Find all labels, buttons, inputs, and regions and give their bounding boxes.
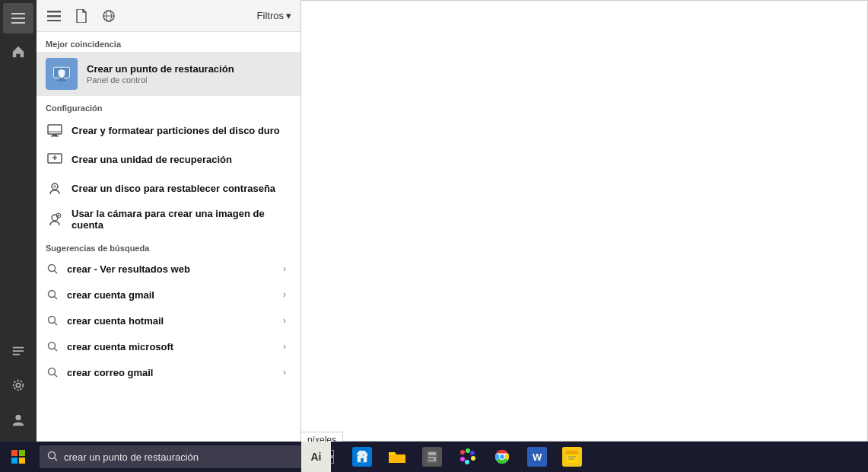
svg-rect-0	[11, 13, 25, 14]
svg-rect-10	[47, 15, 61, 18]
suggestion-search-icon-1	[46, 262, 59, 276]
config-item-4[interactable]: Usar la cámara para crear una imagen de …	[37, 203, 300, 236]
svg-rect-2	[11, 22, 25, 24]
taskbar-apps: W	[342, 442, 592, 472]
best-match-item[interactable]: Crear un punto de restauración Panel de …	[37, 52, 300, 96]
best-match-label: Mejor coincidencia	[37, 32, 300, 52]
toolbar-doc-icon[interactable]	[73, 8, 90, 24]
svg-point-7	[14, 381, 24, 391]
sidebar-icon-settings[interactable]	[3, 370, 33, 400]
taskbar-app-store[interactable]	[345, 442, 379, 472]
svg-point-65	[460, 457, 465, 461]
svg-line-40	[55, 375, 58, 378]
toolbar-list-icon[interactable]	[46, 8, 62, 24]
svg-rect-18	[48, 125, 62, 134]
svg-rect-4	[13, 350, 24, 352]
sugerencias-label: Sugerencias de búsqueda	[37, 236, 300, 256]
sidebar-icon-user[interactable]	[3, 405, 33, 435]
svg-rect-17	[57, 80, 66, 81]
svg-text:W: W	[533, 451, 542, 463]
taskbar-app-chrome[interactable]	[485, 442, 519, 472]
taskbar-app-paint[interactable]	[450, 442, 484, 472]
panel-toolbar: Filtros ▾	[37, 0, 300, 32]
suggestion-item-5[interactable]: crear correo gmail ›	[37, 359, 300, 385]
file-explorer-icon	[387, 447, 407, 467]
taskbar-search-bar[interactable]: crear un punto de restauración	[40, 445, 306, 468]
config-items: Crear y formatear particiones del disco …	[37, 116, 300, 236]
svg-rect-16	[59, 78, 65, 80]
calculator-icon	[422, 447, 442, 467]
ai-label-taskbar: Ai	[301, 442, 331, 472]
config-item-text-2: Crear una unidad de recuperación	[72, 154, 232, 165]
svg-rect-57	[434, 457, 436, 458]
svg-rect-72	[566, 451, 578, 454]
search-panel: Filtros ▾ Mejor coincidencia Crear un pu…	[37, 0, 300, 442]
svg-point-69	[500, 454, 504, 459]
svg-point-66	[465, 460, 469, 464]
sidebar-icon-search-results[interactable]	[3, 336, 33, 367]
svg-point-35	[49, 317, 56, 324]
taskbar-app-calculator[interactable]	[415, 442, 449, 472]
config-item-1[interactable]: Crear y formatear particiones del disco …	[37, 116, 300, 145]
taskbar-app-file-explorer[interactable]	[380, 442, 414, 472]
suggestion-arrow-2: ›	[278, 288, 291, 301]
svg-rect-3	[13, 347, 24, 349]
filtros-button[interactable]: Filtros ▾	[257, 10, 291, 21]
svg-line-46	[55, 458, 58, 461]
svg-rect-5	[13, 354, 20, 356]
svg-point-45	[49, 451, 56, 458]
svg-point-26	[53, 185, 56, 188]
suggestion-arrow-5: ›	[278, 365, 291, 379]
svg-point-8	[15, 415, 21, 420]
sidebar-icon-hamburger[interactable]	[3, 3, 33, 33]
taskbar: crear un punto de restauración	[0, 442, 868, 472]
svg-point-33	[49, 291, 56, 298]
svg-rect-43	[11, 458, 17, 464]
svg-rect-44	[19, 458, 25, 464]
svg-line-34	[55, 297, 58, 300]
svg-rect-60	[434, 458, 436, 461]
taskbar-app-word[interactable]: W	[520, 442, 554, 472]
config-item-text-3: Crear un disco para restablecer contrase…	[72, 183, 275, 194]
store-icon	[352, 447, 372, 467]
chrome-icon	[492, 447, 512, 467]
config-icon-4	[46, 210, 64, 228]
svg-line-36	[55, 323, 58, 326]
document-area	[300, 0, 868, 442]
taskbar-search-icon	[47, 451, 58, 464]
suggestion-text-3: crear cuenta hotmail	[67, 315, 270, 327]
suggestion-arrow-4: ›	[278, 340, 291, 353]
svg-rect-1	[11, 18, 25, 19]
sidebar-icon-home[interactable]	[3, 37, 33, 67]
config-item-3[interactable]: Crear un disco para restablecer contrase…	[37, 174, 300, 203]
suggestion-item-1[interactable]: crear - Ver resultados web ›	[37, 256, 300, 282]
toolbar-globe-icon[interactable]	[100, 8, 117, 24]
svg-point-61	[460, 450, 465, 454]
svg-rect-9	[47, 11, 61, 13]
best-match-text: Crear un punto de restauración Panel de …	[87, 63, 291, 85]
paint-icon	[457, 447, 477, 467]
svg-point-31	[49, 265, 56, 272]
suggestion-item-4[interactable]: crear cuenta microsoft ›	[37, 333, 300, 359]
svg-rect-42	[19, 450, 25, 456]
start-button[interactable]	[0, 442, 37, 472]
suggestion-item-2[interactable]: crear cuenta gmail ›	[37, 282, 300, 308]
svg-point-64	[471, 456, 475, 461]
svg-point-27	[52, 215, 58, 221]
suggestion-arrow-3: ›	[278, 314, 291, 327]
config-item-text-4: Usar la cámara para crear una imagen de …	[72, 208, 291, 231]
suggestion-item-3[interactable]: crear cuenta hotmail ›	[37, 308, 300, 333]
config-item-2[interactable]: Crear una unidad de recuperación	[37, 145, 300, 174]
svg-point-62	[466, 448, 470, 453]
svg-point-39	[49, 368, 56, 375]
suggestion-search-icon-4	[46, 340, 59, 353]
svg-line-32	[55, 271, 58, 274]
svg-rect-59	[431, 460, 434, 461]
suggestion-text-2: crear cuenta gmail	[67, 289, 270, 301]
config-icon-2	[46, 150, 64, 168]
taskbar-app-sticky-notes[interactable]	[555, 442, 589, 472]
sidebar	[0, 0, 37, 442]
svg-rect-19	[52, 134, 57, 136]
suggestion-search-icon-3	[46, 314, 59, 327]
svg-rect-20	[51, 136, 59, 137]
